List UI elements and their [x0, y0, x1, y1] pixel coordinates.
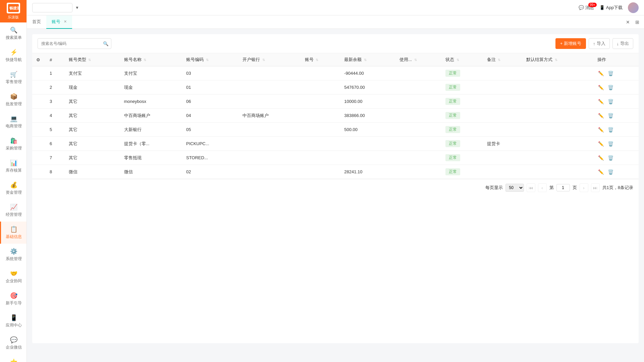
sidebar-item-purchase[interactable]: 🛍️ 采购管理	[0, 133, 26, 155]
export-button[interactable]: ↓ 导出	[612, 38, 634, 49]
first-page-button[interactable]: ⏮	[527, 183, 535, 192]
delete-button[interactable]: 🗑️	[607, 70, 614, 77]
phone-icon: 📱	[599, 5, 605, 10]
app-download-button[interactable]: 📱 App下载	[599, 5, 623, 11]
sidebar-item-app-center[interactable]: 📱 应用中心	[0, 310, 26, 332]
edit-button[interactable]: ✏️	[597, 169, 604, 175]
sidebar-item-inventory[interactable]: 📊 库存核算	[0, 155, 26, 177]
cell-code: 05	[182, 123, 238, 137]
search-wrap: 🔍	[38, 38, 111, 49]
settings-icon: ⚙	[36, 57, 40, 62]
sidebar-item-finance[interactable]: 💰 资金管理	[0, 177, 26, 199]
sidebar-item-basic[interactable]: 📋 基础信息	[0, 222, 26, 244]
import-button[interactable]: ↑ 导入	[589, 38, 610, 49]
sidebar-item-system[interactable]: ⚙️ 系统管理	[0, 244, 26, 266]
sidebar-item-retail[interactable]: 🛒 零售管理	[0, 67, 26, 89]
delete-button[interactable]: 🗑️	[607, 112, 614, 119]
cell-name: 微信	[120, 165, 182, 179]
search-icon: 🔍	[103, 41, 109, 46]
cell-remark	[483, 151, 522, 165]
cell-bank	[238, 165, 301, 179]
sidebar-item-ecom[interactable]: 💻 电商管理	[0, 111, 26, 133]
sort-name-icon: ⇅	[144, 58, 146, 62]
cell-bank	[238, 123, 301, 137]
cell-account	[301, 95, 340, 109]
sidebar-item-shortcut[interactable]: ⚡ 快捷导航	[0, 45, 26, 67]
col-status[interactable]: 状态 ⇅	[441, 53, 483, 66]
cell-num: 1	[46, 66, 65, 80]
col-bank[interactable]: 开户银行 ⇅	[238, 53, 301, 66]
tab-home[interactable]: 首页	[27, 15, 46, 29]
user-avatar[interactable]	[628, 2, 639, 13]
col-code[interactable]: 账号编码 ⇅	[182, 53, 238, 66]
dropdown-arrow-icon: ▼	[75, 5, 79, 10]
col-account[interactable]: 账号 ⇅	[301, 53, 340, 66]
cell-num: 5	[46, 123, 65, 137]
next-page-button[interactable]: ›	[580, 183, 588, 192]
page-size-select[interactable]: 50 100 200	[505, 184, 524, 192]
cell-type: 其它	[65, 123, 120, 137]
edit-button[interactable]: ✏️	[597, 155, 604, 161]
system-icon: ⚙️	[10, 248, 17, 255]
message-button[interactable]: 💬 消息 99+	[579, 5, 594, 11]
tab-expand-button[interactable]: ⊞	[633, 18, 641, 26]
delete-button[interactable]: 🗑️	[607, 126, 614, 133]
sidebar-item-operations[interactable]: 📈 经营管理	[0, 199, 26, 222]
operations-icon: 📈	[10, 203, 17, 211]
col-default-payment[interactable]: 默认结算方式 ⇅	[522, 53, 593, 66]
sidebar-item-wholesale[interactable]: 📦 批发管理	[0, 89, 26, 111]
header-dropdown[interactable]: ▼	[75, 5, 79, 10]
tab-close-account[interactable]: ✕	[64, 19, 67, 24]
cell-num: 4	[46, 109, 65, 123]
edit-button[interactable]: ✏️	[597, 140, 604, 147]
cell-account	[301, 80, 340, 95]
sidebar-item-guide[interactable]: 🎯 新手引导	[0, 288, 26, 310]
shortcut-icon: ⚡	[10, 49, 17, 56]
edit-button[interactable]: ✏️	[597, 98, 604, 105]
delete-button[interactable]: 🗑️	[607, 155, 614, 161]
cell-remark	[483, 80, 522, 95]
cell-default-payment	[522, 95, 593, 109]
col-remark[interactable]: 备注 ⇅	[483, 53, 522, 66]
delete-button[interactable]: 🗑️	[607, 169, 614, 175]
status-badge: 正常	[445, 140, 460, 147]
col-name[interactable]: 账号名称 ⇅	[120, 53, 182, 66]
accounts-table: ⚙ # 账号类型 ⇅ 账号名称 ⇅	[32, 53, 639, 179]
cell-balance: 28241.10	[340, 165, 395, 179]
col-action: 操作	[593, 53, 639, 66]
delete-button[interactable]: 🗑️	[607, 84, 614, 91]
cell-action: ✏️ 🗑️	[593, 95, 639, 109]
cell-balance: 500.00	[340, 123, 395, 137]
sidebar-item-member[interactable]: ⭐ 畅会员	[0, 354, 26, 362]
col-settings[interactable]: ⚙	[32, 53, 46, 66]
last-page-button[interactable]: ⏭	[591, 183, 600, 192]
col-type[interactable]: 账号类型 ⇅	[65, 53, 120, 66]
col-balance[interactable]: 最新余额 ⇅	[340, 53, 395, 66]
sidebar-item-agreement[interactable]: 🤝 企业协同	[0, 266, 26, 288]
page-number-input[interactable]	[556, 184, 570, 191]
cell-balance: 10000.00	[340, 95, 395, 109]
add-account-button[interactable]: + 新增账号	[555, 38, 586, 49]
edit-button[interactable]: ✏️	[597, 70, 604, 77]
delete-button[interactable]: 🗑️	[607, 98, 614, 105]
delete-button[interactable]: 🗑️	[607, 140, 614, 147]
total-label: 共1页，8条记录	[602, 185, 633, 191]
tab-close-all-button[interactable]: ✕	[624, 18, 632, 26]
cell-default-payment	[522, 66, 593, 80]
edit-button[interactable]: ✏️	[597, 126, 604, 133]
search-button[interactable]: 🔍	[100, 39, 111, 49]
sidebar-item-wechat[interactable]: 💬 企业微信	[0, 332, 26, 354]
tab-account[interactable]: 账号 ✕	[46, 15, 72, 29]
account-search-input[interactable]	[38, 39, 100, 48]
col-usage[interactable]: 使用... ⇅	[395, 53, 441, 66]
content-area: 🔍 + 新增账号 ↑ 导入 ↓ 导出	[27, 29, 644, 362]
edit-button[interactable]: ✏️	[597, 112, 604, 119]
cell-name: 支付宝	[120, 66, 182, 80]
prev-page-button[interactable]: ‹	[538, 183, 547, 192]
edit-button[interactable]: ✏️	[597, 84, 604, 91]
sidebar-item-search[interactable]: 🔍 搜索菜单	[0, 22, 26, 45]
col-num[interactable]: #	[46, 53, 65, 66]
cell-type: 其它	[65, 151, 120, 165]
top-search-input[interactable]	[32, 3, 72, 12]
cell-balance	[340, 151, 395, 165]
